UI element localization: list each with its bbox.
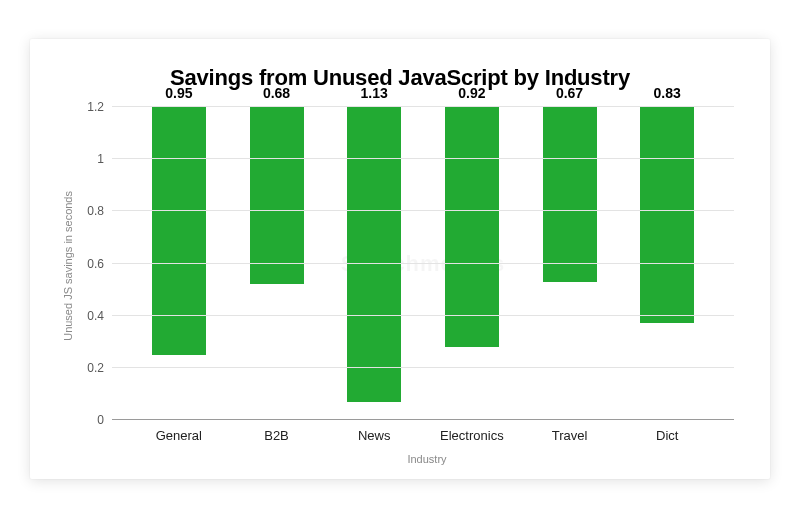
- chart-card: Savings from Unused JavaScript by Indust…: [30, 39, 770, 479]
- bar-value-label: 1.13: [361, 85, 388, 101]
- plot-area: Searchmetrics 0.950.681.130.920.670.83 0…: [112, 107, 734, 420]
- bar: 0.92: [445, 107, 499, 347]
- gridline: [112, 210, 734, 211]
- bar-slot: 0.83: [618, 107, 716, 420]
- y-tick-label: 0.8: [87, 205, 104, 217]
- gridline: [112, 106, 734, 107]
- bar-value-label: 0.83: [654, 85, 681, 101]
- bar: 1.13: [347, 107, 401, 402]
- y-tick-label: 0.6: [87, 258, 104, 270]
- y-tick-label: 0.2: [87, 362, 104, 374]
- y-tick-label: 1.2: [87, 101, 104, 113]
- bar-slot: 0.68: [228, 107, 326, 420]
- x-tick-label: News: [325, 420, 423, 443]
- gridline: [112, 315, 734, 316]
- bar-slot: 1.13: [325, 107, 423, 420]
- y-axis-label: Unused JS savings in seconds: [58, 191, 78, 341]
- plot-wrap: Unused JS savings in seconds Searchmetri…: [58, 107, 742, 465]
- gridline: [112, 419, 734, 420]
- x-tick-label: Electronics: [423, 420, 521, 443]
- x-tick-label: General: [130, 420, 228, 443]
- y-tick-label: 1: [97, 153, 104, 165]
- canvas: Savings from Unused JavaScript by Indust…: [0, 0, 800, 518]
- bar-value-label: 0.92: [458, 85, 485, 101]
- bar-slot: 0.95: [130, 107, 228, 420]
- y-tick-label: 0.4: [87, 310, 104, 322]
- bar-value-label: 0.68: [263, 85, 290, 101]
- bar-slot: 0.67: [521, 107, 619, 420]
- x-tick-label: Dict: [618, 420, 716, 443]
- gridline: [112, 263, 734, 264]
- bar-value-label: 0.95: [165, 85, 192, 101]
- bar: 0.95: [152, 107, 206, 355]
- bar: 0.68: [250, 107, 304, 284]
- x-tick-label: B2B: [228, 420, 326, 443]
- bar-slot: 0.92: [423, 107, 521, 420]
- plot: Searchmetrics 0.950.681.130.920.670.83 0…: [78, 107, 742, 465]
- gridline: [112, 367, 734, 368]
- x-ticks: GeneralB2BNewsElectronicsTravelDict: [112, 420, 734, 443]
- gridline: [112, 158, 734, 159]
- x-tick-label: Travel: [521, 420, 619, 443]
- bars-container: 0.950.681.130.920.670.83: [112, 107, 734, 420]
- bar: 0.83: [640, 107, 694, 323]
- bar: 0.67: [543, 107, 597, 282]
- y-tick-label: 0: [97, 414, 104, 426]
- chart-title: Savings from Unused JavaScript by Indust…: [58, 65, 742, 91]
- bar-value-label: 0.67: [556, 85, 583, 101]
- x-axis-label: Industry: [112, 453, 742, 465]
